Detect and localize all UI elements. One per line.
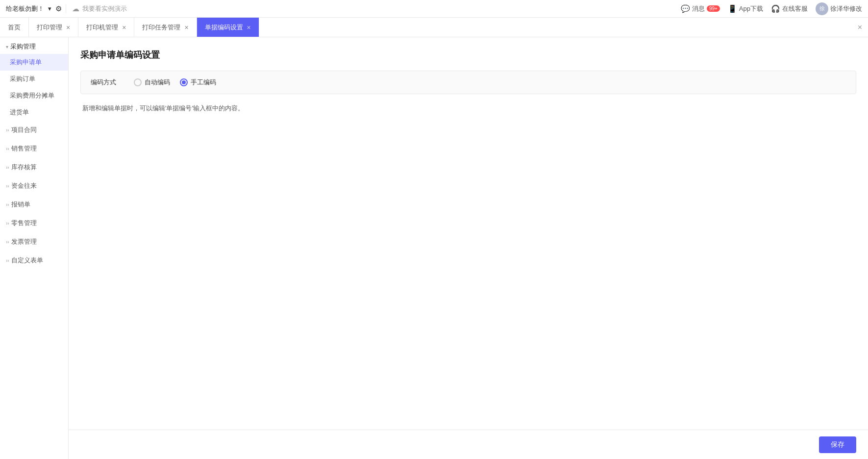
sidebar-item-inventory[interactable]: › 库存核算 [0, 158, 68, 177]
sidebar-item-project-contract[interactable]: › 项目合同 [0, 121, 68, 139]
custom-form-chevron-icon: › [6, 258, 9, 263]
content-area: 采购申请单编码设置 编码方式 自动编码 手工编码 新增和编辑单据时，可以编辑'单… [69, 37, 868, 430]
coding-method-section: 编码方式 自动编码 手工编码 [80, 71, 856, 94]
purchase-chevron-icon: ▾ [6, 44, 8, 50]
page-title: 采购申请单编码设置 [80, 49, 856, 61]
tab-print-task-close[interactable]: × [184, 24, 188, 31]
sidebar-item-capital[interactable]: › 资金往来 [0, 177, 68, 195]
top-bar-right: 消息 99+ App下载 在线客服 徐 徐泽华修改 [681, 2, 862, 15]
stock-in-label: 进货单 [10, 108, 29, 116]
purchase-request-label: 采购申请单 [10, 58, 42, 66]
message-icon [681, 4, 690, 13]
project-contract-label: 项目合同 [11, 126, 37, 134]
top-bar: 给老板勿删！ 我要看实例演示 消息 99+ App下载 在线客服 徐 徐泽华修改 [0, 0, 868, 18]
tab-print-mgmt-close[interactable]: × [66, 24, 70, 31]
content-footer: 保存 [69, 430, 868, 459]
sidebar-item-retail[interactable]: › 零售管理 [0, 214, 68, 232]
tab-barcode-setting-close[interactable]: × [247, 24, 251, 31]
online-service-button[interactable]: 在线客服 [771, 4, 808, 13]
sidebar-group-purchase-title[interactable]: ▾ 采购管理 [0, 37, 68, 54]
tab-print-mgmt[interactable]: 打印管理 × [29, 18, 78, 37]
tab-home-label: 首页 [8, 23, 21, 32]
tab-print-mgmt-label: 打印管理 [37, 23, 62, 32]
user-name: 徐泽华修改 [830, 4, 862, 13]
inventory-label: 库存核算 [11, 163, 37, 172]
sidebar-item-custom-form[interactable]: › 自定义表单 [0, 251, 68, 270]
title-dropdown-icon[interactable] [48, 5, 51, 12]
user-profile[interactable]: 徐 徐泽华修改 [816, 2, 862, 15]
invoice-chevron-icon: › [6, 239, 9, 245]
capital-chevron-icon: › [6, 183, 9, 189]
tab-printer-mgmt[interactable]: 打印机管理 × [78, 18, 134, 37]
sales-label: 销售管理 [11, 144, 37, 153]
auto-code-radio[interactable] [134, 78, 142, 86]
tab-bar-close-all[interactable]: × [858, 23, 862, 32]
top-search[interactable]: 我要看实例演示 [66, 4, 127, 13]
tab-bar: 首页 打印管理 × 打印机管理 × 打印任务管理 × 单据编码设置 × × [0, 18, 868, 37]
sidebar-item-stock-in[interactable]: 进货单 [0, 104, 68, 121]
search-text[interactable]: 我要看实例演示 [82, 4, 127, 13]
purchase-order-label: 采购订单 [10, 75, 35, 82]
hint-text: 新增和编辑单据时，可以编辑'单据编号'输入框中的内容。 [80, 104, 856, 113]
manual-code-label: 手工编码 [191, 78, 216, 87]
manual-code-radio[interactable] [180, 78, 188, 86]
tab-print-task-label: 打印任务管理 [142, 23, 180, 32]
main-content: 采购申请单编码设置 编码方式 自动编码 手工编码 新增和编辑单据时，可以编辑'单… [69, 37, 868, 459]
save-button[interactable]: 保存 [819, 436, 856, 453]
tab-barcode-setting-label: 单据编码设置 [205, 23, 243, 32]
radio-group: 自动编码 手工编码 [134, 78, 216, 87]
returns-chevron-icon: › [6, 202, 9, 207]
service-icon [771, 4, 780, 13]
inventory-chevron-icon: › [6, 165, 9, 170]
message-label: 消息 [692, 4, 705, 13]
app-download-button[interactable]: App下载 [728, 4, 763, 13]
tab-home[interactable]: 首页 [0, 18, 29, 37]
purchase-group-label: 采购管理 [10, 42, 36, 51]
message-badge: 99+ [707, 5, 720, 12]
sidebar-item-purchase-request[interactable]: 采购申请单 [0, 54, 68, 71]
sales-chevron-icon: › [6, 146, 9, 152]
tab-barcode-setting[interactable]: 单据编码设置 × [197, 18, 259, 37]
purchase-expense-label: 采购费用分摊单 [10, 92, 54, 99]
app-label: App下载 [739, 4, 763, 13]
custom-form-label: 自定义表单 [11, 256, 43, 265]
tab-print-task[interactable]: 打印任务管理 × [134, 18, 197, 37]
sidebar-item-invoice[interactable]: › 发票管理 [0, 232, 68, 251]
sidebar-item-purchase-order[interactable]: 采购订单 [0, 71, 68, 87]
manual-code-option[interactable]: 手工编码 [180, 78, 216, 87]
auto-code-label: 自动编码 [145, 78, 170, 87]
returns-label: 报销单 [11, 200, 30, 209]
top-bar-left: 给老板勿删！ 我要看实例演示 [6, 4, 127, 13]
sidebar: ▾ 采购管理 采购申请单 采购订单 采购费用分摊单 进货单 › 项目合同 › 销… [0, 37, 69, 459]
auto-code-option[interactable]: 自动编码 [134, 78, 170, 87]
retail-label: 零售管理 [11, 219, 37, 228]
cloud-icon [72, 4, 79, 13]
retail-chevron-icon: › [6, 221, 9, 226]
project-contract-chevron-icon: › [6, 128, 9, 133]
sidebar-item-returns[interactable]: › 报销单 [0, 195, 68, 214]
sidebar-item-sales[interactable]: › 销售管理 [0, 139, 68, 158]
message-button[interactable]: 消息 99+ [681, 4, 720, 13]
tab-printer-mgmt-label: 打印机管理 [86, 23, 118, 32]
app-icon [728, 4, 737, 13]
settings-icon[interactable] [55, 4, 62, 13]
app-title: 给老板勿删！ [6, 4, 44, 13]
sidebar-group-purchase: ▾ 采购管理 采购申请单 采购订单 采购费用分摊单 进货单 [0, 37, 68, 121]
tab-printer-mgmt-close[interactable]: × [122, 24, 126, 31]
invoice-label: 发票管理 [11, 237, 37, 246]
capital-label: 资金往来 [11, 181, 37, 190]
coding-method-label: 编码方式 [91, 78, 116, 87]
main-layout: ▾ 采购管理 采购申请单 采购订单 采购费用分摊单 进货单 › 项目合同 › 销… [0, 37, 868, 459]
service-label: 在线客服 [782, 4, 808, 13]
sidebar-item-purchase-expense[interactable]: 采购费用分摊单 [0, 87, 68, 104]
avatar: 徐 [816, 2, 828, 15]
